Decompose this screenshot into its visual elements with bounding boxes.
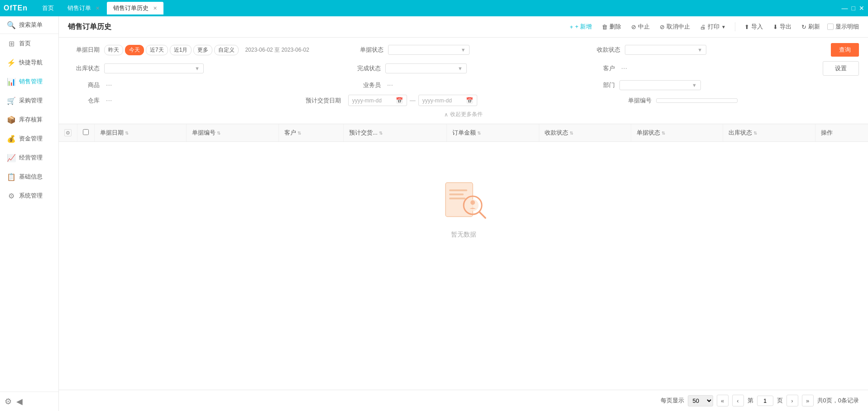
print-button[interactable]: 🖨 打印 ▼ [697,21,729,33]
th-customer[interactable]: 客户 ⇅ [278,124,343,142]
th-delivery-date[interactable]: 预计交货... ⇅ [343,124,446,142]
sidebar-item-home[interactable]: ⊞ 首页 [0,34,58,53]
sort-icon-bill-status: ⇅ [662,131,665,135]
sidebar-search[interactable]: 🔍 搜索菜单 [0,16,58,34]
salesperson-more[interactable]: ··· [385,81,395,89]
date-btn-yesterday[interactable]: 昨天 [104,45,123,55]
sort-customer[interactable]: 客户 ⇅ [284,129,338,137]
table-settings-icon[interactable]: ⚙ [64,129,72,136]
tab-sales-order[interactable]: 销售订单 ✕ [61,2,106,15]
page-number-input[interactable] [757,396,773,406]
completion-select[interactable]: ▼ [385,63,467,73]
toolbar: + + 新增 🗑 删除 ⊘ 中止 ⊘ 取消中止 🖨 打印 [567,21,859,33]
show-detail-toggle[interactable]: 显示明细 [827,23,859,31]
filter-billnumber-col: 单据编号 [620,97,817,105]
delivery-start-input[interactable]: yyyy-mm-dd 📅 [348,95,407,106]
page-size-select[interactable]: 10 20 50 100 [688,395,713,406]
bill-status-label: 单据状态 [352,46,388,54]
delivery-end-input[interactable]: yyyy-mm-dd 📅 [418,95,477,106]
settings-button[interactable]: 设置 [823,61,859,76]
cancel-stop-button[interactable]: ⊘ 取消中止 [657,21,693,33]
customer-more[interactable]: ··· [619,64,629,73]
date-btn-today[interactable]: 今天 [125,45,144,55]
tab-home[interactable]: 首页 [36,2,60,15]
department-label: 部门 [583,81,619,89]
date-btn-custom[interactable]: 自定义 [214,45,239,55]
tab-close-sales-order[interactable]: ✕ [96,5,100,11]
sort-icon-bill-date: ⇅ [125,131,129,135]
sort-amount[interactable]: 订单金额 ⇅ [452,129,533,137]
query-button[interactable]: 查询 [831,43,859,57]
warehouse-more[interactable]: ··· [104,97,114,105]
th-outbound-status[interactable]: 出库状态 ⇅ [723,124,815,142]
sort-icon-outbound: ⇅ [753,131,757,135]
date-btn-1month[interactable]: 近1月 [170,45,192,55]
sort-bill-number[interactable]: 单据编号 ⇅ [192,129,273,137]
finance-icon: 💰 [7,135,15,143]
sidebar-item-operations[interactable]: 📈 经营管理 [0,148,58,167]
sort-delivery[interactable]: 预计交货... ⇅ [349,129,441,137]
date-btn-more[interactable]: 更多 [193,45,212,55]
settings-bottom-icon[interactable]: ⚙ [5,396,12,406]
page-title: 销售订单历史 [68,22,111,32]
sort-receipt[interactable]: 收款状态 ⇅ [545,129,625,137]
calendar-end-icon[interactable]: 📅 [466,97,473,104]
export-button[interactable]: ⬇ 导出 [770,21,794,33]
date-btn-7days[interactable]: 近7天 [146,45,168,55]
delivery-label: 预计交货日期 [305,97,345,105]
cancel-stop-icon: ⊘ [660,24,665,30]
stop-button[interactable]: ⊘ 中止 [628,21,652,33]
sidebar-item-inventory[interactable]: 📦 库存核算 [0,110,58,129]
filter-customer-col: 客户 ··· [583,64,817,73]
receipt-status-select[interactable]: ▼ [625,45,706,55]
import-button[interactable]: ⬆ 导入 [742,21,766,33]
table-body: 暂无数据 [59,142,868,276]
minimize-button[interactable]: — [842,5,848,12]
collapse-bar[interactable]: ∧ 收起更多条件 [68,111,859,118]
svg-rect-2 [449,193,464,195]
page-unit: 页 [777,396,783,405]
tab-close-sales-history[interactable]: ✕ [153,5,157,11]
sidebar-item-system[interactable]: ⚙ 系统管理 [0,186,58,205]
sidebar-item-finance[interactable]: 💰 资金管理 [0,129,58,148]
delete-button[interactable]: 🗑 删除 [599,21,624,33]
th-receipt-status[interactable]: 收款状态 ⇅ [539,124,631,142]
sidebar-item-purchase[interactable]: 🛒 采购管理 [0,91,58,110]
first-page-button[interactable]: « [717,395,729,406]
outbound-select[interactable]: ▼ [104,63,204,73]
th-order-amount[interactable]: 订单金额 ⇅ [447,124,539,142]
calendar-start-icon[interactable]: 📅 [396,97,403,104]
bill-status-select[interactable]: ▼ [388,45,470,55]
sidebar-item-basicinfo[interactable]: 📋 基础信息 [0,167,58,186]
department-select[interactable]: ▼ [619,80,701,90]
last-page-button[interactable]: » [802,395,814,406]
sort-outbound[interactable]: 出库状态 ⇅ [729,129,809,137]
content-area: 销售订单历史 + + 新增 🗑 删除 ⊘ 中止 ⊘ 取消中止 [59,16,868,411]
pagination: 每页显示 10 20 50 100 « ‹ 第 页 › » 共0页，0条记录 [59,390,868,411]
date-buttons: 昨天 今天 近7天 近1月 更多 自定义 [104,45,239,55]
sidebar-item-quicknav[interactable]: ⚡ 快捷导航 [0,53,58,72]
prev-page-button[interactable]: ‹ [732,395,744,406]
bill-number-label: 单据编号 [620,97,656,105]
filter-goods-col: 商品 ··· [68,81,349,89]
th-bill-status[interactable]: 单据状态 ⇅ [631,124,723,142]
new-button[interactable]: + + 新增 [567,21,595,33]
collapse-sidebar-icon[interactable]: ◀ [16,396,23,406]
next-page-button[interactable]: › [786,395,798,406]
collapse-up-icon: ∧ [444,111,448,118]
refresh-button[interactable]: ↻ 刷新 [799,21,823,33]
sidebar-item-sales[interactable]: 📊 销售管理 [0,72,58,91]
bill-number-input[interactable] [656,98,738,103]
select-all-checkbox[interactable] [83,129,89,135]
tab-sales-history[interactable]: 销售订单历史 ✕ [107,2,163,15]
th-bill-date[interactable]: 单据日期 ⇅ [95,124,187,142]
filter-warehouse-col: 仓库 ··· [68,97,305,105]
maximize-button[interactable]: □ [852,5,855,12]
goods-more[interactable]: ··· [104,81,114,89]
sort-bill-date[interactable]: 单据日期 ⇅ [100,129,181,137]
sort-bill-status[interactable]: 单据状态 ⇅ [637,129,717,137]
close-button[interactable]: ✕ [859,5,864,12]
show-detail-checkbox[interactable] [827,24,834,30]
th-bill-number[interactable]: 单据编号 ⇅ [187,124,278,142]
home-icon: ⊞ [7,39,15,48]
